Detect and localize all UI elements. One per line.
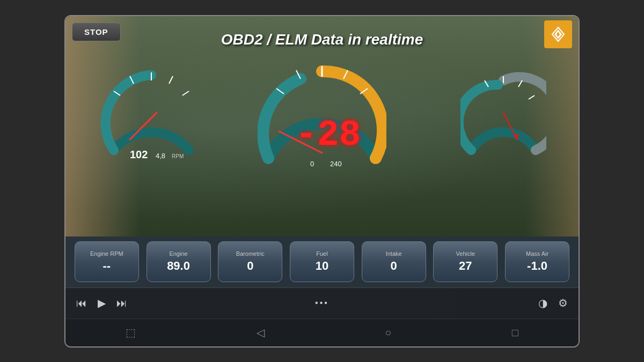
card-engine-rpm-label: Engine RPM — [90, 250, 123, 257]
renault-icon — [550, 26, 566, 42]
prev-track-button[interactable]: ⏮ — [76, 297, 87, 309]
svg-text:4,8: 4,8 — [156, 152, 165, 160]
card-engine-rpm: Engine RPM -- — [75, 241, 139, 282]
svg-text:RPM: RPM — [172, 153, 184, 159]
center-controls: ••• — [240, 298, 404, 308]
right-gauge-svg — [460, 70, 546, 166]
svg-line-5 — [182, 91, 189, 95]
svg-text:-28: -28 — [295, 114, 361, 156]
card-fuel-label: Fuel — [316, 250, 327, 257]
card-vehicle-label: Vehicle — [456, 250, 475, 257]
card-engine: Engine 89.0 — [147, 241, 211, 282]
speed-gauge: 0 240 -28 — [258, 62, 386, 180]
home-nav-button[interactable]: ○ — [385, 327, 391, 339]
stop-button[interactable]: STOP — [72, 23, 121, 41]
rpm-gauge-svg: 102 4,8 RPM — [98, 64, 205, 172]
back-nav-button[interactable]: ◁ — [257, 326, 265, 339]
card-mass-air-label: Mass Air — [526, 250, 548, 257]
card-engine-value: 89.0 — [167, 259, 190, 273]
right-controls: ◑ ⚙ — [404, 297, 568, 309]
card-fuel-value: 10 — [316, 259, 328, 273]
card-mass-air-value: -1.0 — [527, 259, 547, 273]
settings-icon[interactable]: ⚙ — [558, 297, 568, 309]
card-mass-air: Mass Air -1.0 — [505, 241, 569, 282]
card-barometric-label: Barometric — [236, 250, 265, 257]
recents-nav-button[interactable]: □ — [512, 327, 518, 339]
card-vehicle: Vehicle 27 — [433, 241, 497, 282]
svg-line-4 — [169, 76, 173, 84]
card-engine-label: Engine — [169, 250, 187, 257]
playback-controls: ⏮ ▶ ⏭ — [76, 297, 240, 309]
next-track-button[interactable]: ⏭ — [116, 297, 127, 309]
speed-gauge-svg: 0 240 -28 — [258, 62, 386, 180]
svg-text:240: 240 — [330, 160, 342, 168]
svg-text:0: 0 — [310, 160, 314, 168]
main-display: STOP OBD2 / ELM Data in realtime — [65, 16, 579, 237]
display-icon[interactable]: ◑ — [538, 297, 547, 309]
screenshot-nav-icon[interactable]: ⬚ — [126, 326, 136, 339]
svg-line-24 — [529, 95, 535, 99]
rpm-gauge: 102 4,8 RPM — [98, 64, 205, 172]
card-engine-rpm-value: -- — [103, 259, 111, 273]
card-intake-value: 0 — [391, 259, 397, 273]
card-vehicle-value: 27 — [459, 259, 472, 273]
card-barometric-value: 0 — [247, 259, 253, 273]
data-cards-row: Engine RPM -- Engine 89.0 Barometric 0 F… — [65, 237, 579, 287]
gauge-area: 102 4,8 RPM — [65, 59, 579, 237]
control-bar: ⏮ ▶ ⏭ ••• ◑ ⚙ — [65, 287, 579, 319]
play-button[interactable]: ▶ — [98, 297, 106, 309]
right-gauge — [460, 70, 546, 166]
brand-logo — [544, 20, 572, 48]
app-title: OBD2 / ELM Data in realtime — [221, 31, 423, 48]
card-fuel: Fuel 10 — [290, 241, 354, 282]
android-nav-bar: ⬚ ◁ ○ □ — [65, 319, 579, 346]
card-intake-label: Intake — [386, 250, 402, 257]
card-barometric: Barometric 0 — [218, 241, 282, 282]
app-frame: STOP OBD2 / ELM Data in realtime — [64, 15, 580, 348]
more-options-button[interactable]: ••• — [315, 298, 329, 308]
card-intake: Intake 0 — [362, 241, 426, 282]
svg-text:102: 102 — [130, 149, 148, 160]
